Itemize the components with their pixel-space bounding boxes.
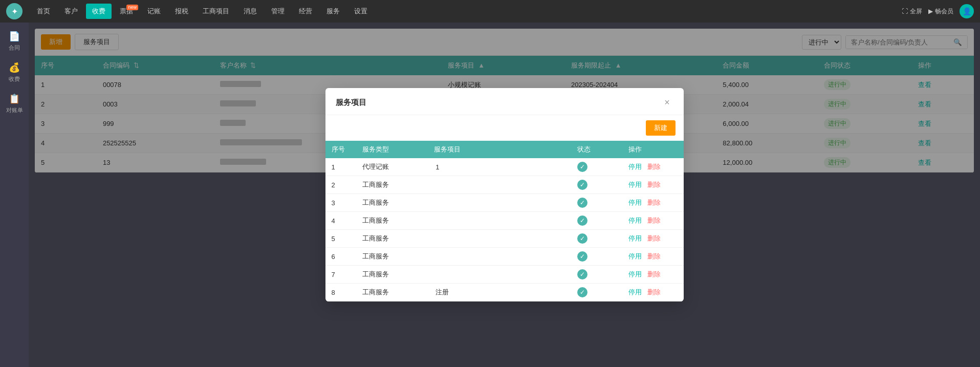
delete-link[interactable]: 删除	[647, 181, 661, 188]
nav-menu: 首页 客户 收费 票据 new 记账 报税 工商项目 消息 管理 经营 服务 设…	[31, 4, 902, 19]
service-items-table: 序号 服务类型 服务项目 状态 操作 1 代理记账 1 ✓ 停用 删除	[325, 141, 684, 301]
modal-cell-seq: 2	[325, 176, 356, 194]
modal-cell-seq: 7	[325, 266, 356, 284]
disable-link[interactable]: 停用	[628, 252, 642, 260]
modal-cell-seq: 8	[325, 284, 356, 301]
status-check-icon: ✓	[577, 180, 587, 190]
delete-link[interactable]: 删除	[647, 288, 661, 296]
modal-cell-item	[428, 248, 571, 266]
modal-cell-seq: 1	[325, 158, 356, 176]
status-check-icon: ✓	[577, 198, 587, 208]
member-icon: ▶	[928, 8, 933, 15]
modal-cell-item	[428, 266, 571, 284]
status-check-icon: ✓	[577, 251, 587, 262]
nav-account[interactable]: 记账	[141, 4, 167, 19]
modal-cell-status: ✓	[571, 284, 622, 301]
modal-col-item: 服务项目	[428, 141, 571, 158]
member-button[interactable]: ▶ 畅会员	[928, 7, 953, 16]
disable-link[interactable]: 停用	[628, 217, 642, 224]
modal-table-row: 5 工商服务 ✓ 停用 删除	[325, 230, 684, 248]
modal-table-row: 8 工商服务 注册 ✓ 停用 删除	[325, 284, 684, 301]
nav-right-area: ⛶ 全屏 ▶ 畅会员 👤	[902, 4, 974, 18]
modal-cell-action: 停用 删除	[622, 266, 684, 284]
modal-cell-seq: 6	[325, 248, 356, 266]
content-area: 新增 服务项目 进行中 已完成 已终止 🔍	[29, 23, 980, 367]
user-avatar[interactable]: 👤	[960, 4, 974, 18]
delete-link[interactable]: 删除	[647, 163, 661, 170]
nav-manage[interactable]: 管理	[265, 4, 291, 19]
nav-invoice[interactable]: 票据 new	[114, 4, 139, 19]
nav-tax[interactable]: 报税	[169, 4, 194, 19]
modal-cell-action: 停用 删除	[622, 158, 684, 176]
modal-table-row: 6 工商服务 ✓ 停用 删除	[325, 248, 684, 266]
delete-link[interactable]: 删除	[647, 199, 661, 206]
status-check-icon: ✓	[577, 233, 587, 244]
modal-body: 序号 服务类型 服务项目 状态 操作 1 代理记账 1 ✓ 停用 删除	[325, 141, 684, 301]
modal-cell-status: ✓	[571, 194, 622, 212]
modal-new-button[interactable]: 新建	[646, 120, 676, 136]
sidebar-item-contract[interactable]: 📄 合同	[2, 27, 27, 56]
fullscreen-icon: ⛶	[902, 8, 908, 15]
main-layout: 📄 合同 💰 收费 📋 对账单 新增 服务项目 进行中 已完成 已终止	[0, 23, 980, 367]
disable-link[interactable]: 停用	[628, 270, 642, 278]
modal-cell-action: 停用 删除	[622, 212, 684, 230]
modal-cell-status: ✓	[571, 176, 622, 194]
modal-table-row: 2 工商服务 ✓ 停用 删除	[325, 176, 684, 194]
modal-table-row: 3 工商服务 ✓ 停用 删除	[325, 194, 684, 212]
modal-cell-status: ✓	[571, 266, 622, 284]
modal-cell-item	[428, 212, 571, 230]
modal-cell-type: 工商服务	[356, 212, 428, 230]
modal-toolbar: 新建	[325, 115, 684, 141]
status-check-icon: ✓	[577, 162, 587, 172]
nav-customer[interactable]: 客户	[58, 4, 84, 19]
delete-link[interactable]: 删除	[647, 234, 661, 242]
modal-cell-type: 工商服务	[356, 248, 428, 266]
invoice-badge: new	[126, 5, 138, 10]
status-check-icon: ✓	[577, 287, 587, 297]
disable-link[interactable]: 停用	[628, 181, 642, 188]
modal-cell-action: 停用 删除	[622, 230, 684, 248]
modal-cell-item	[428, 230, 571, 248]
modal-cell-type: 工商服务	[356, 176, 428, 194]
nav-service[interactable]: 服务	[320, 4, 346, 19]
nav-message[interactable]: 消息	[237, 4, 263, 19]
modal-col-action: 操作	[622, 141, 684, 158]
app-logo[interactable]: ✦	[6, 3, 23, 19]
nav-home[interactable]: 首页	[31, 4, 56, 19]
delete-link[interactable]: 删除	[647, 270, 661, 278]
reconcile-icon: 📋	[9, 93, 20, 104]
modal-col-seq: 序号	[325, 141, 356, 158]
disable-link[interactable]: 停用	[628, 163, 642, 170]
service-items-modal: 服务项目 × 新建 序号 服务类型 服务项目 状态	[325, 88, 684, 301]
modal-cell-action: 停用 删除	[622, 248, 684, 266]
nav-billing[interactable]: 收费	[86, 4, 112, 19]
modal-cell-status: ✓	[571, 248, 622, 266]
contract-icon: 📄	[9, 31, 20, 42]
sidebar-item-billing[interactable]: 💰 收费	[2, 58, 27, 87]
modal-table-header: 序号 服务类型 服务项目 状态 操作	[325, 141, 684, 158]
modal-cell-seq: 5	[325, 230, 356, 248]
modal-overlay: 服务项目 × 新建 序号 服务类型 服务项目 状态	[29, 23, 980, 367]
modal-cell-action: 停用 删除	[622, 284, 684, 301]
fullscreen-button[interactable]: ⛶ 全屏	[902, 7, 922, 16]
disable-link[interactable]: 停用	[628, 199, 642, 206]
modal-cell-status: ✓	[571, 212, 622, 230]
disable-link[interactable]: 停用	[628, 234, 642, 242]
modal-cell-item	[428, 176, 571, 194]
sidebar-item-reconcile[interactable]: 📋 对账单	[2, 89, 27, 118]
modal-cell-seq: 4	[325, 212, 356, 230]
modal-cell-item: 注册	[428, 284, 571, 301]
nav-finance[interactable]: 经营	[293, 4, 318, 19]
modal-cell-type: 工商服务	[356, 230, 428, 248]
delete-link[interactable]: 删除	[647, 217, 661, 224]
modal-close-button[interactable]: ×	[661, 96, 673, 109]
modal-cell-type: 工商服务	[356, 266, 428, 284]
disable-link[interactable]: 停用	[628, 288, 642, 296]
modal-cell-seq: 3	[325, 194, 356, 212]
top-navigation: ✦ 首页 客户 收费 票据 new 记账 报税 工商项目 消息 管理 经营 服务…	[0, 0, 980, 23]
nav-settings[interactable]: 设置	[348, 4, 374, 19]
billing-icon: 💰	[9, 62, 20, 73]
nav-industrial[interactable]: 工商项目	[197, 4, 235, 19]
delete-link[interactable]: 删除	[647, 252, 661, 260]
modal-cell-type: 工商服务	[356, 194, 428, 212]
